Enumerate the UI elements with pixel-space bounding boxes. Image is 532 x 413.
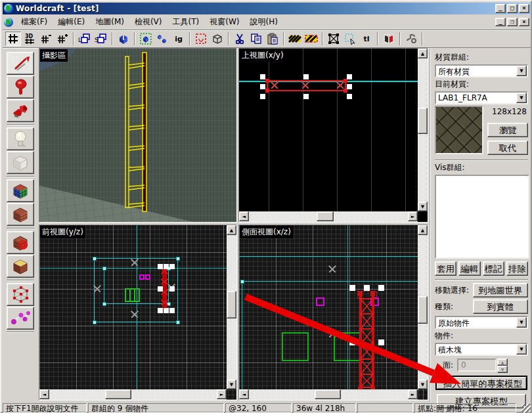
run-map-button[interactable] — [403, 32, 419, 46]
side-view-vscrollbar[interactable]: ▲ ▼ — [418, 225, 428, 389]
to-entity-button[interactable]: 到實體 — [473, 299, 528, 314]
scroll-down-icon[interactable]: ▼ — [418, 380, 428, 389]
scroll-right-icon[interactable]: ► — [408, 389, 418, 399]
cascade-small-button[interactable]: S — [93, 32, 109, 46]
scroll-left-icon[interactable]: ◄ — [239, 211, 249, 221]
browse-button[interactable]: 瀏覽 — [487, 123, 528, 137]
front-view-hscrollbar[interactable]: ◄ ► — [39, 389, 227, 400]
menu-view[interactable]: 檢視(V) — [129, 14, 167, 30]
panel-separator — [435, 160, 528, 161]
maximize-button[interactable]: □ — [507, 4, 518, 13]
toolbar-separator — [189, 32, 190, 45]
scroll-thumb[interactable] — [227, 291, 236, 318]
top-view-hscrollbar[interactable]: ◄ ► — [239, 211, 418, 222]
material-group-select[interactable]: 所有材質 ▼ — [435, 64, 528, 77]
move-selection-label: 移動選擇: — [435, 285, 469, 296]
mdi-close-button[interactable]: × — [519, 18, 529, 26]
scroll-thumb[interactable] — [315, 389, 341, 399]
viewport-top[interactable]: 上視圖(x/y) ▲ ▼ ◄ ► — [238, 48, 428, 223]
grid-minus-icon — [40, 33, 52, 44]
viewport-3d[interactable]: 攝影區 — [39, 48, 237, 223]
larger-grid-button[interactable] — [55, 32, 70, 46]
scroll-right-icon[interactable]: ► — [408, 211, 418, 221]
select-touching-button[interactable] — [342, 32, 358, 46]
texture-lock-button[interactable] — [193, 32, 209, 46]
scroll-left-icon[interactable]: ◄ — [239, 389, 249, 399]
toggle-3d-grid-button[interactable]: 3D — [22, 32, 37, 46]
vis-group-list[interactable] — [435, 175, 529, 259]
group-button[interactable] — [138, 32, 154, 46]
resize-grip[interactable] — [521, 404, 531, 413]
vis-exclude-button[interactable]: 排除 — [506, 261, 528, 276]
menu-map[interactable]: 地圖(M) — [90, 14, 129, 30]
to-world-button[interactable]: 到地圖世界 — [473, 283, 528, 297]
top-view-vscrollbar[interactable]: ▲ ▼ — [418, 49, 428, 211]
menu-help[interactable]: 說明(H) — [244, 14, 282, 30]
scroll-up-icon[interactable]: ▲ — [418, 49, 428, 58]
status-empty — [357, 403, 413, 413]
scroll-left-icon[interactable]: ◄ — [39, 389, 49, 399]
ignore-groups-button[interactable]: ig — [171, 32, 187, 46]
flip-faces-button[interactable] — [381, 32, 397, 46]
viewport-side[interactable]: 側面視圖(x/z) ▲ ▼ ◄ ► — [238, 225, 428, 401]
ungroup-button[interactable] — [154, 32, 170, 46]
scroll-right-icon[interactable]: ► — [217, 389, 227, 399]
scroll-down-icon[interactable]: ▼ — [227, 380, 236, 389]
front-view-vscrollbar[interactable]: ▲ ▼ — [227, 225, 236, 389]
vis-group-label: Vis群組: — [435, 162, 528, 173]
mdi-document-icon[interactable] — [4, 18, 13, 27]
side-view-hscrollbar[interactable]: ◄ ► — [239, 389, 418, 400]
spin-down-icon[interactable]: ▼ — [497, 366, 508, 373]
worldcraft-window: Worldcraft - [test] _ □ × 檔案(F) 編輯(E) 地圖… — [0, 0, 532, 413]
mdi-minimize-button[interactable]: _ — [495, 18, 506, 26]
scroll-thumb[interactable] — [317, 211, 334, 221]
hollow-button[interactable] — [210, 32, 225, 46]
vis-edit-button[interactable]: 編輯 — [458, 261, 480, 276]
mdi-restore-button[interactable]: ❐ — [507, 18, 518, 26]
object-select[interactable]: 積木塊 ▼ — [435, 343, 528, 356]
chevron-down-icon[interactable]: ▼ — [516, 93, 527, 103]
menu-window[interactable]: 視窗(W) — [204, 14, 244, 30]
menu-file[interactable]: 檔案(F) — [16, 14, 53, 30]
scroll-thumb[interactable] — [418, 296, 428, 324]
main-toolbar: 3D L S ig — [3, 30, 531, 48]
run-map-icon — [405, 33, 417, 44]
scroll-up-icon[interactable]: ▲ — [418, 225, 428, 235]
viewport-area: 攝影區 上視圖(x/y) — [3, 48, 531, 402]
toggle-grid-button[interactable] — [5, 32, 21, 46]
spin-up-icon[interactable]: ▲ — [497, 359, 508, 366]
scroll-down-icon[interactable]: ▼ — [418, 202, 428, 211]
chevron-down-icon[interactable]: ▼ — [516, 344, 527, 355]
chevron-down-icon[interactable]: ▼ — [516, 317, 527, 328]
insert-prefab-button[interactable]: 插入簡單的專案模型 — [435, 376, 527, 390]
cordon-edit-button[interactable] — [303, 32, 319, 46]
toolbar-separator — [283, 32, 284, 45]
current-material-select[interactable]: LAB1_FLR7A ▼ — [435, 91, 528, 104]
object-sidebar: 材質群組: 所有材質 ▼ 目前材質: LAB1_FLR7A ▼ 128x128 … — [430, 48, 531, 402]
menu-edit[interactable]: 編輯(E) — [53, 14, 90, 30]
menu-tools[interactable]: 工具(T) — [167, 14, 205, 30]
carve-button[interactable] — [116, 32, 131, 46]
smaller-grid-button[interactable] — [38, 32, 54, 46]
scroll-up-icon[interactable]: ▲ — [227, 225, 236, 235]
category-select[interactable]: 原始物件 ▼ — [435, 316, 528, 329]
select-frame-button[interactable] — [326, 32, 342, 46]
copy-button[interactable] — [248, 32, 264, 46]
scroll-thumb[interactable] — [418, 108, 428, 134]
scroll-thumb[interactable] — [105, 389, 131, 399]
texture-application-button[interactable]: tl — [359, 32, 374, 46]
title-bar[interactable]: Worldcraft - [test] _ □ × — [3, 3, 531, 14]
replace-button[interactable]: 取代 — [487, 141, 528, 155]
viewport-front[interactable]: 前視圖(y/z) ▲ ▼ ◄ ► — [39, 225, 237, 401]
paste-button[interactable] — [265, 32, 280, 46]
cut-button[interactable] — [232, 32, 248, 46]
cascade-large-button[interactable]: L — [77, 32, 93, 46]
close-button[interactable]: × — [519, 4, 529, 13]
vis-mark-button[interactable]: 標記 — [483, 261, 504, 276]
cordon-button[interactable] — [287, 32, 303, 46]
faces-stepper[interactable]: ▲ ▼ — [497, 359, 508, 372]
minimize-button[interactable]: _ — [495, 4, 506, 13]
vis-apply-button[interactable]: 套用 — [435, 261, 456, 276]
chevron-down-icon[interactable]: ▼ — [516, 66, 527, 76]
faces-input[interactable] — [457, 359, 497, 372]
